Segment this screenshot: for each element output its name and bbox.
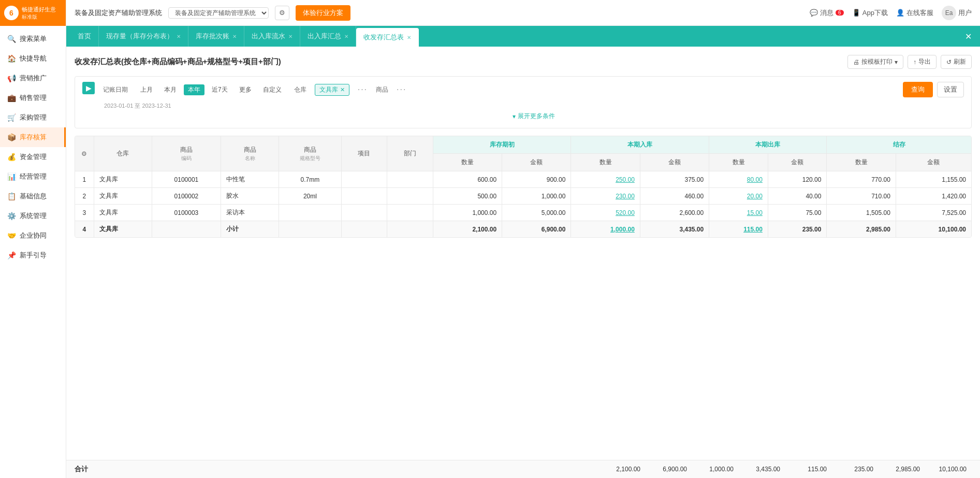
cell-out-qty[interactable]: 115.00 <box>709 221 768 238</box>
nav-label-search: 搜索菜单 <box>20 34 47 44</box>
sidebar-item-enterprise[interactable]: 🤝企业协同 <box>0 226 66 245</box>
total-in-amt: 3,435.00 <box>739 466 785 473</box>
cell-opening-amt: 900.00 <box>502 171 571 188</box>
cell-project <box>341 171 387 188</box>
th-dept: 部门 <box>387 136 433 171</box>
tab-首页[interactable]: 首页 <box>70 26 99 47</box>
nav-label-guide: 新手引导 <box>20 251 47 260</box>
cell-in-qty[interactable]: 250.00 <box>571 171 640 188</box>
expand-more-button[interactable]: ▾ 展开更多条件 <box>103 110 964 123</box>
sidebar-item-inventory[interactable]: 📦库存核算 <box>0 127 66 147</box>
shortcut-this-year[interactable]: 本年 <box>184 84 204 95</box>
nav-icon-inventory: 📦 <box>7 133 16 141</box>
out-qty-link[interactable]: 20.00 <box>747 193 763 200</box>
tab-现存量-库存分布表-[interactable]: 现存量（库存分布表） ✕ <box>99 26 188 47</box>
tab-出入库汇总[interactable]: 出入库汇总 ✕ <box>300 26 356 47</box>
user-avatar: Ea <box>942 6 956 20</box>
tab-收发存汇总表[interactable]: 收发存汇总表 ✕ <box>356 28 419 47</box>
nav-label-marketing: 营销推广 <box>20 74 47 83</box>
cell-in-qty[interactable]: 230.00 <box>571 188 640 205</box>
trial-button[interactable]: 体验行业方案 <box>296 5 350 21</box>
in-qty-link[interactable]: 520.00 <box>616 209 635 216</box>
th-in-qty: 数量 <box>571 154 640 171</box>
shortcut-7days[interactable]: 近7天 <box>208 84 232 95</box>
sidebar-header: 6 畅捷通好生意 标准版 <box>0 0 66 26</box>
warehouse-filter-tag: 文具库 ✕ <box>315 84 349 96</box>
filter-action-buttons: 查询 设置 <box>903 82 964 97</box>
print-template-button[interactable]: 🖨 按模板打印 ▾ <box>847 55 903 69</box>
sidebar-item-system[interactable]: ⚙️系统管理 <box>0 206 66 226</box>
sidebar-item-search[interactable]: 🔍搜索菜单 <box>0 29 66 49</box>
cell-spec: 0.7mm <box>279 171 341 188</box>
in-qty-link[interactable]: 230.00 <box>616 193 635 200</box>
tab-label: 收发存汇总表 <box>363 33 404 42</box>
tab-close-icon[interactable]: ✕ <box>288 34 292 39</box>
tab-close-icon[interactable]: ✕ <box>232 34 237 39</box>
topbar-left: 装备及固定资产辅助管理系统 装备及固定资产辅助管理系统 ⚙ 体验行业方案 <box>75 5 350 21</box>
cell-out-amt: 40.00 <box>768 188 827 205</box>
cell-out-qty[interactable]: 15.00 <box>709 205 768 221</box>
cell-in-qty[interactable]: 520.00 <box>571 205 640 221</box>
shortcut-custom[interactable]: 自定义 <box>259 84 286 95</box>
cell-in-amt: 375.00 <box>640 171 709 188</box>
out-qty-link[interactable]: 115.00 <box>743 226 763 233</box>
tab-close-icon[interactable]: ✕ <box>407 35 411 40</box>
cell-balance-qty: 710.00 <box>827 188 896 205</box>
system-selector[interactable]: 装备及固定资产辅助管理系统 <box>168 7 269 19</box>
shortcut-more[interactable]: 更多 <box>235 84 256 95</box>
user-action[interactable]: Ea 用户 <box>942 6 972 20</box>
warehouse-tag-remove[interactable]: ✕ <box>340 86 345 93</box>
out-qty-link[interactable]: 80.00 <box>747 176 763 183</box>
cell-in-qty[interactable]: 1,000.00 <box>571 221 640 238</box>
warehouse-more-dots[interactable]: ··· <box>358 85 368 94</box>
filter-area: ▶ 记账日期 上月 本月 本年 近7天 更多 自定义 仓库 <box>75 76 972 128</box>
th-group-balance: 结存 <box>827 136 971 154</box>
tab-出入库流水[interactable]: 出入库流水 ✕ <box>244 26 300 47</box>
sidebar-logo: 6 <box>4 6 19 20</box>
sidebar-item-basic[interactable]: 📋基础信息 <box>0 186 66 206</box>
query-button[interactable]: 查询 <box>903 82 933 97</box>
shortcut-this-month[interactable]: 本月 <box>160 84 181 95</box>
tab-close-icon[interactable]: ✕ <box>344 34 348 39</box>
sidebar-item-finance[interactable]: 💰资金管理 <box>0 147 66 167</box>
filter-collapse-button[interactable]: ▶ <box>82 82 95 94</box>
cell-dept <box>387 171 433 188</box>
sidebar-title: 畅捷通好生意 标准版 <box>22 6 56 20</box>
sidebar-item-quick[interactable]: 🏠快捷导航 <box>0 49 66 68</box>
cell-code: 0100003 <box>152 205 221 221</box>
tab-库存批次账[interactable]: 库存批次账 ✕ <box>188 26 244 47</box>
sidebar-item-marketing[interactable]: 📢营销推广 <box>0 68 66 88</box>
th-balance-qty: 数量 <box>827 154 896 171</box>
sidebar-item-purchase[interactable]: 🛒采购管理 <box>0 108 66 127</box>
bottom-bar: 合计 2,100.00 6,900.00 1,000.00 3,435.00 1… <box>66 460 980 478</box>
table-body: 1 文具库 0100001 中性笔 0.7mm 600.00 900.00 25… <box>75 171 971 238</box>
th-out-amt: 金额 <box>768 154 827 171</box>
app-download-action[interactable]: 📱 App下载 <box>852 8 888 18</box>
column-settings-icon[interactable]: ⚙ <box>81 150 87 157</box>
sidebar-item-operations[interactable]: 📊经营管理 <box>0 167 66 186</box>
cell-balance-amt: 7,525.00 <box>896 205 971 221</box>
th-settings[interactable]: ⚙ <box>75 136 94 171</box>
in-qty-link[interactable]: 1,000.00 <box>610 226 635 233</box>
cell-out-amt: 75.00 <box>768 205 827 221</box>
online-service-action[interactable]: 👤 在线客服 <box>896 8 933 18</box>
cell-opening-amt: 6,900.00 <box>502 221 571 238</box>
th-spec: 商品规格型号 <box>279 136 341 171</box>
nav-label-operations: 经营管理 <box>20 172 47 181</box>
sidebar-item-sales[interactable]: 💼销售管理 <box>0 88 66 108</box>
cell-name: 中性笔 <box>221 171 279 188</box>
cell-out-qty[interactable]: 80.00 <box>709 171 768 188</box>
cell-out-qty[interactable]: 20.00 <box>709 188 768 205</box>
out-qty-link[interactable]: 15.00 <box>747 209 763 216</box>
close-all-tabs-button[interactable]: ✕ <box>961 32 976 41</box>
message-action[interactable]: 💬 消息 6 <box>810 8 844 18</box>
shortcut-prev-month[interactable]: 上月 <box>136 84 157 95</box>
sidebar-item-guide[interactable]: 📌新手引导 <box>0 245 66 265</box>
config-button[interactable]: ⚙ <box>275 6 289 20</box>
refresh-button[interactable]: ↺ 刷新 <box>941 55 972 69</box>
settings-button[interactable]: 设置 <box>937 82 964 97</box>
tab-close-icon[interactable]: ✕ <box>177 34 181 39</box>
goods-more-dots[interactable]: ··· <box>397 85 406 94</box>
export-button[interactable]: ↑ 导出 <box>908 55 937 69</box>
in-qty-link[interactable]: 250.00 <box>616 176 635 183</box>
